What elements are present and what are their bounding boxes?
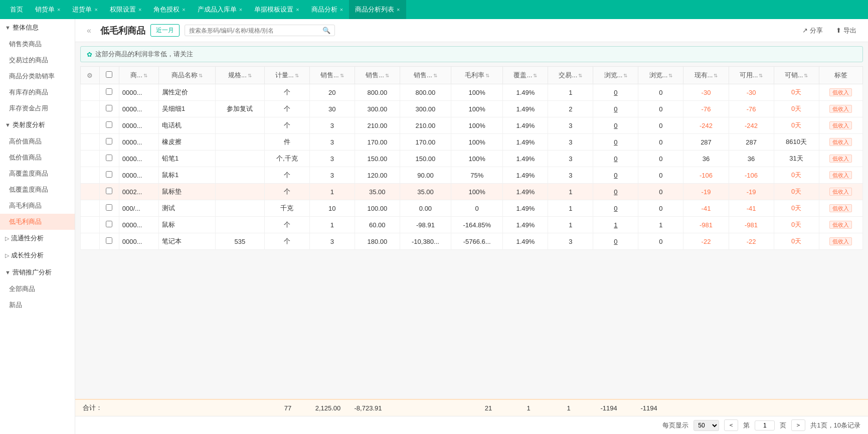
- col-sale2[interactable]: 销售...⇅: [355, 67, 400, 84]
- select-all-checkbox[interactable]: [106, 71, 112, 78]
- export-button[interactable]: ⬆ 导出: [832, 25, 860, 37]
- sidebar-item-stock-capital[interactable]: 库存资金占用: [0, 100, 75, 116]
- col-gross[interactable]: 毛利率⇅: [451, 67, 503, 84]
- sidebar-item-new-goods[interactable]: 新品: [0, 297, 75, 313]
- sidebar-item-high-value[interactable]: 高价值商品: [0, 133, 75, 150]
- sidebar-item-low-coverage[interactable]: 低覆盖度商品: [0, 182, 75, 198]
- prev-page-button[interactable]: ＜: [724, 419, 738, 431]
- col-name[interactable]: 商品名称⇅: [159, 67, 216, 84]
- close-icon[interactable]: ×: [138, 7, 141, 13]
- col-code[interactable]: 商...⇅: [119, 67, 158, 84]
- sidebar-item-traded-goods[interactable]: 交易过的商品: [0, 52, 75, 68]
- row-browse1[interactable]: 0: [593, 184, 638, 200]
- row-check[interactable]: [99, 184, 119, 200]
- row-checkbox[interactable]: [106, 105, 112, 111]
- col-gear[interactable]: ⚙: [81, 67, 100, 84]
- col-stock1[interactable]: 现有...⇅: [683, 67, 729, 84]
- sidebar-group-overall[interactable]: ▼ 整体信息: [0, 19, 75, 36]
- row-check[interactable]: [99, 101, 119, 117]
- sidebar-item-all-goods[interactable]: 全部商品: [0, 281, 75, 297]
- col-stock3[interactable]: 可销...⇅: [774, 67, 819, 84]
- row-checkbox[interactable]: [106, 171, 112, 178]
- row-checkbox[interactable]: [106, 88, 112, 95]
- sidebar-item-high-coverage[interactable]: 高覆盖度商品: [0, 166, 75, 182]
- row-browse1[interactable]: 0: [593, 117, 638, 134]
- sidebar-item-in-stock[interactable]: 有库存的商品: [0, 84, 75, 100]
- sidebar-collapse-button[interactable]: «: [83, 26, 95, 35]
- sidebar-group-flow[interactable]: ▷ 流通性分析: [0, 230, 75, 247]
- row-browse1[interactable]: 0: [593, 101, 638, 117]
- sidebar-item-low-value[interactable]: 低价值商品: [0, 150, 75, 166]
- filter-month-button[interactable]: 近一月: [150, 24, 180, 37]
- close-icon[interactable]: ×: [94, 7, 97, 13]
- sidebar-item-category-rate[interactable]: 商品分类助销率: [0, 68, 75, 84]
- row-check[interactable]: [99, 233, 119, 250]
- row-browse1[interactable]: 0: [593, 200, 638, 217]
- next-page-button[interactable]: ＞: [791, 419, 805, 431]
- row-browse1[interactable]: 0: [593, 233, 638, 250]
- row-check[interactable]: [99, 151, 119, 167]
- nav-item-product-in[interactable]: 产成品入库单 ×: [192, 0, 248, 19]
- search-box: 🔍: [185, 25, 335, 36]
- row-check[interactable]: [99, 217, 119, 233]
- row-checkbox[interactable]: [106, 204, 112, 211]
- page-number-input[interactable]: [755, 420, 775, 430]
- col-browse2[interactable]: 浏览...⇅: [638, 67, 683, 84]
- table-row: 0000... 属性定价 个 20 800.00 800.00 100% 1.4…: [81, 84, 863, 101]
- col-check[interactable]: [99, 67, 119, 84]
- row-checkbox[interactable]: [106, 237, 112, 244]
- col-coverage[interactable]: 覆盖...⇅: [503, 67, 548, 84]
- row-check[interactable]: [99, 117, 119, 134]
- close-icon[interactable]: ×: [296, 7, 299, 13]
- share-button[interactable]: ↗ 分享: [798, 25, 827, 37]
- close-icon[interactable]: ×: [182, 7, 185, 13]
- nav-item-sales[interactable]: 销货单 ×: [29, 0, 66, 19]
- col-sale3[interactable]: 销售...⇅: [400, 67, 451, 84]
- col-browse1[interactable]: 浏览...⇅: [593, 67, 638, 84]
- row-browse1[interactable]: 0: [593, 151, 638, 167]
- sidebar-group-growth[interactable]: ▷ 成长性分析: [0, 247, 75, 264]
- col-trans[interactable]: 交易...⇅: [548, 67, 593, 84]
- sidebar-item-low-profit[interactable]: 低毛利商品: [0, 214, 75, 230]
- col-unit[interactable]: 计量...⇅: [264, 67, 309, 84]
- col-stock2[interactable]: 可用...⇅: [729, 67, 774, 84]
- row-browse1[interactable]: 0: [593, 84, 638, 101]
- nav-item-home[interactable]: 首页: [4, 0, 29, 19]
- nav-item-permissions[interactable]: 权限设置 ×: [104, 0, 147, 19]
- row-check[interactable]: [99, 84, 119, 101]
- nav-item-purchase[interactable]: 进货单 ×: [66, 0, 103, 19]
- row-checkbox[interactable]: [106, 221, 112, 227]
- close-icon[interactable]: ×: [340, 7, 343, 13]
- nav-item-roles[interactable]: 角色授权 ×: [147, 0, 191, 19]
- close-icon[interactable]: ×: [397, 7, 400, 13]
- search-input[interactable]: [189, 27, 322, 34]
- sidebar-group-marketing[interactable]: ▼ 营销推广分析: [0, 264, 75, 281]
- row-browse1[interactable]: 0: [593, 134, 638, 151]
- gear-icon[interactable]: ⚙: [87, 72, 93, 79]
- row-check[interactable]: [99, 200, 119, 217]
- col-sale1[interactable]: 销售...⇅: [309, 67, 355, 84]
- nav-item-template[interactable]: 单据模板设置 ×: [248, 0, 305, 19]
- row-browse1[interactable]: 0: [593, 167, 638, 184]
- row-tag: 低收入: [819, 151, 862, 167]
- row-browse1[interactable]: 1: [593, 217, 638, 233]
- col-tag[interactable]: 标签: [819, 67, 862, 84]
- row-sale1: 20: [309, 84, 355, 101]
- row-checkbox[interactable]: [106, 155, 112, 161]
- row-check[interactable]: [99, 134, 119, 151]
- sidebar-item-high-profit[interactable]: 高毛利商品: [0, 198, 75, 214]
- sidebar-group-density[interactable]: ▼ 类射度分析: [0, 116, 75, 133]
- row-check[interactable]: [99, 167, 119, 184]
- search-icon[interactable]: 🔍: [322, 27, 330, 34]
- row-checkbox[interactable]: [106, 138, 112, 144]
- page-size-select[interactable]: 50 100 200: [693, 420, 719, 431]
- close-icon[interactable]: ×: [239, 7, 242, 13]
- close-icon[interactable]: ×: [57, 7, 60, 13]
- row-checkbox[interactable]: [106, 121, 112, 128]
- collapse-icon: ▼: [5, 269, 11, 275]
- row-checkbox[interactable]: [106, 188, 112, 194]
- col-spec[interactable]: 规格...⇅: [215, 67, 264, 84]
- sidebar-item-sales-goods[interactable]: 销售类商品: [0, 36, 75, 52]
- nav-item-analysis[interactable]: 商品分析 ×: [305, 0, 349, 19]
- nav-item-analysis-list[interactable]: 商品分析列表 ×: [349, 0, 406, 19]
